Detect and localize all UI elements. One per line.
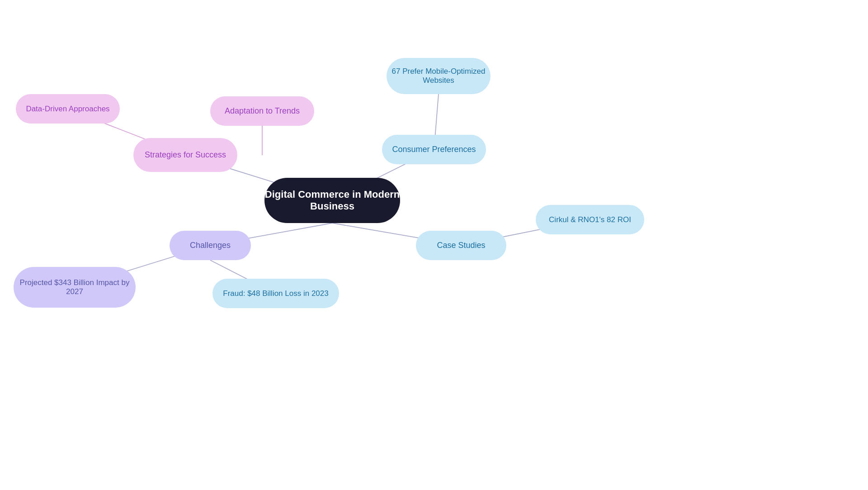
data-driven-label: Data-Driven Approaches xyxy=(26,105,109,114)
strategies-label: Strategies for Success xyxy=(145,150,226,160)
challenges-label: Challenges xyxy=(190,241,231,250)
adaptation-node: Adaptation to Trends xyxy=(210,96,314,126)
consumer-label: Consumer Preferences xyxy=(392,145,476,154)
strategies-node: Strategies for Success xyxy=(133,138,237,172)
mobile-node: 67 Prefer Mobile-Optimized Websites xyxy=(387,58,491,94)
case-studies-node: Case Studies xyxy=(416,231,506,260)
case-studies-label: Case Studies xyxy=(437,241,485,250)
center-node: Digital Commerce in Modern Business xyxy=(264,178,400,223)
cirkul-node: Cirkul & RNO1's 82 ROI xyxy=(536,205,644,234)
fraud-label: Fraud: $48 Billion Loss in 2023 xyxy=(223,289,328,298)
challenges-node: Challenges xyxy=(170,231,251,260)
projected-label: Projected $343 Billion Impact by 2027 xyxy=(14,278,136,296)
cirkul-label: Cirkul & RNO1's 82 ROI xyxy=(549,215,631,224)
consumer-node: Consumer Preferences xyxy=(382,135,486,164)
fraud-node: Fraud: $48 Billion Loss in 2023 xyxy=(212,279,339,308)
adaptation-label: Adaptation to Trends xyxy=(225,106,300,116)
mobile-label: 67 Prefer Mobile-Optimized Websites xyxy=(387,67,491,85)
projected-node: Projected $343 Billion Impact by 2027 xyxy=(14,267,136,308)
center-label: Digital Commerce in Modern Business xyxy=(265,189,400,212)
data-driven-node: Data-Driven Approaches xyxy=(16,94,120,124)
